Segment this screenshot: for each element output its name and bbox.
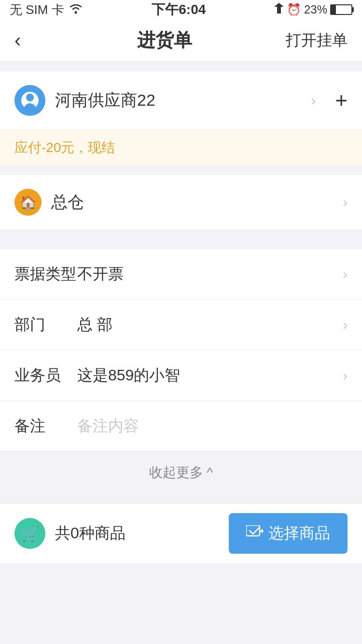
bottom-bar: 🛒 共0种商品 选择商品 [0,503,362,563]
mid-divider2 [0,230,362,239]
remark-input[interactable]: 备注内容 [77,416,348,437]
invoice-type-row[interactable]: 票据类型 不开票 › [0,249,362,300]
status-right: ⏰ 23% [274,3,352,16]
bottom-divider [0,493,362,503]
select-product-label: 选择商品 [268,523,330,544]
supplier-avatar [14,85,45,116]
salesman-chevron-icon: › [343,367,348,384]
back-button[interactable]: ‹ [14,29,43,51]
carrier-label: 无 SIM 卡 [10,1,64,18]
select-product-button[interactable]: 选择商品 [229,513,348,554]
warehouse-name: 总仓 [51,191,343,213]
product-count-label: 共0种商品 [55,523,229,544]
warehouse-chevron-icon: › [343,194,348,210]
remark-label: 备注 [14,416,77,437]
supplier-card: 河南供应商22 › + 应付-20元，现结 [0,71,362,166]
warehouse-row[interactable]: 🏠 总仓 › [0,175,362,230]
house-icon: 🏠 [20,195,37,210]
remark-row[interactable]: 备注 备注内容 [0,401,362,451]
page-rest [0,563,362,644]
supplier-chevron-icon: › [311,92,316,109]
invoice-type-value: 不开票 [77,264,343,285]
supplier-row[interactable]: 河南供应商22 › + [0,71,362,130]
status-left: 无 SIM 卡 [10,1,84,18]
location-icon [274,3,284,16]
salesman-value: 这是859的小智 [77,365,343,386]
nav-bar: ‹ 进货单 打开挂单 [0,19,362,62]
invoice-type-chevron-icon: › [343,266,348,282]
status-bar: 无 SIM 卡 下午6:04 ⏰ 23% [0,0,362,19]
department-chevron-icon: › [343,317,348,333]
battery-percent: 23% [304,3,327,16]
department-row[interactable]: 部门 总 部 › [0,300,362,350]
warehouse-icon: 🏠 [14,189,42,216]
form-card: 票据类型 不开票 › 部门 总 部 › 业务员 这是859的小智 › 备注 备注… [0,249,362,451]
collapse-button[interactable]: 收起更多 ^ [0,451,362,493]
add-supplier-button[interactable]: + [330,88,348,112]
svg-point-0 [74,11,77,14]
salesman-label: 业务员 [14,365,77,386]
open-pending-button[interactable]: 打开挂单 [286,30,348,51]
alarm-icon: ⏰ [287,3,301,16]
status-time: 下午6:04 [152,0,206,19]
invoice-type-label: 票据类型 [14,264,77,285]
salesman-row[interactable]: 业务员 这是859的小智 › [0,350,362,401]
department-label: 部门 [14,314,77,336]
product-icon: 🛒 [14,518,45,549]
page-title: 进货单 [137,28,192,53]
battery-icon [330,4,352,15]
select-product-icon [246,525,264,542]
notice-bar: 应付-20元，现结 [0,130,362,166]
supplier-name: 河南供应商22 [55,89,311,112]
avatar-figure [21,92,39,109]
notice-text: 应付-20元，现结 [14,140,115,155]
top-divider [0,62,362,71]
cart-icon: 🛒 [21,525,39,542]
wifi-icon [68,2,84,17]
warehouse-card: 🏠 总仓 › [0,175,362,230]
department-value: 总 部 [77,314,343,336]
mid-divider1 [0,166,362,175]
